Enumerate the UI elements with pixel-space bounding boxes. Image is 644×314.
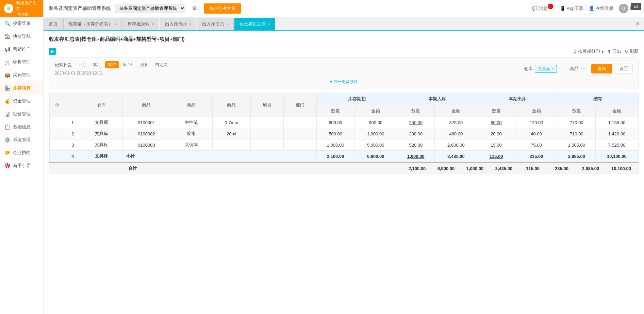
sidebar-item-finance[interactable]: 💰资金管理 <box>0 95 43 108</box>
sidebar-item-purchase[interactable]: 📦采购管理 <box>0 69 43 82</box>
tab-3[interactable]: 出入库流水× <box>160 18 196 30</box>
tab-2[interactable]: 库存批次账× <box>122 18 159 30</box>
subtotal-in-qty[interactable]: 1,000.00 <box>397 151 435 162</box>
product-filter: 商品 ··· <box>570 66 587 72</box>
row-dept-1 <box>283 128 316 139</box>
tab-close-3[interactable]: × <box>189 22 191 26</box>
trial-button[interactable]: 体验行业方案 <box>204 3 241 14</box>
sidebar-item-inventory[interactable]: 🏪库存核算 <box>0 82 43 95</box>
sidebar-item-enterprise[interactable]: 🤝企业协同 <box>0 146 43 159</box>
sidebar-item-search[interactable]: 🔍搜索菜单 <box>0 17 43 30</box>
action-bar: ▶ 🖨 按模板打印 ▾ ⬆ 导出 ↻ 刷新 <box>49 48 639 55</box>
row-settings-2[interactable] <box>50 139 65 151</box>
sidebar-item-sales[interactable]: 🛒销售管理 <box>0 56 43 69</box>
date-btn-last-month[interactable]: 上月 <box>75 61 89 68</box>
online-service-button[interactable]: 👤 在线客服 <box>589 5 613 12</box>
col-settings-header[interactable]: ⚙ <box>50 93 65 117</box>
tab-5[interactable]: 收发存汇总表× <box>234 18 275 30</box>
subtotal-out-amt: 235.00 <box>515 151 558 162</box>
sidebar-item-quick[interactable]: 🏠快捷导航 <box>0 30 43 43</box>
row-settings-0[interactable] <box>50 117 65 128</box>
tab-close-2[interactable]: × <box>152 22 154 26</box>
tabbar: 首页现存量（库存分布表）×库存批次账×出入库流水×出入库汇总×收发存汇总表× ✕ <box>44 17 644 31</box>
tab-0[interactable]: 首页 <box>44 18 63 30</box>
col-code-header: 商品 <box>123 93 170 117</box>
row-num-1: 2 <box>65 128 80 139</box>
topbar-settings-icon[interactable]: ⚙ <box>189 3 200 14</box>
filter-expand-arrow[interactable]: ▶ <box>49 48 56 55</box>
row-in-qty-2[interactable]: 520.00 <box>397 139 435 151</box>
marketing-icon: 📢 <box>4 46 10 52</box>
subtotal-bal-qty: 2,985.00 <box>558 151 595 162</box>
row-out-qty-1[interactable]: 20.00 <box>477 128 515 139</box>
sidebar-item-newbie[interactable]: 🎯新手引导 <box>0 159 43 172</box>
row-settings-1[interactable] <box>50 128 65 139</box>
row-out-qty-0[interactable]: 80.00 <box>477 117 515 128</box>
tab-label-2: 库存批次账 <box>128 21 150 27</box>
row-bal-amt-2: 7,525.00 <box>595 139 638 151</box>
row-bal-qty-2: 1,505.00 <box>558 139 595 151</box>
print-button[interactable]: 🖨 按模板打印 ▾ <box>572 48 604 54</box>
subtotal-out-qty[interactable]: 115.00 <box>477 151 515 162</box>
sidebar-item-operations[interactable]: 📊经营管理 <box>0 108 43 120</box>
row-in-qty-1[interactable]: 230.00 <box>397 128 435 139</box>
app-download-button[interactable]: 📱 App下载 <box>560 5 583 12</box>
footer-label: 合计 <box>49 165 216 171</box>
row-name-0: 中性笔 <box>170 117 213 128</box>
sidebar-items: 🔍搜索菜单🏠快捷导航📢营销推广🛒销售管理📦采购管理🏪库存核算💰资金管理📊经营管理… <box>0 17 43 172</box>
date-btn-custom[interactable]: 自定义 <box>152 61 170 68</box>
sidebar-item-basic[interactable]: 📋基础信息 <box>0 120 43 133</box>
query-button[interactable]: 查询 <box>591 64 612 73</box>
warehouse-tag[interactable]: 文具库 × <box>535 65 557 73</box>
expand-chevron-icon: ▾ <box>330 80 332 84</box>
footer-bal-amt: 10,100.00 <box>604 166 638 171</box>
col-name-header: 商品 <box>170 93 213 117</box>
sidebar-label-search: 搜索菜单 <box>13 20 31 27</box>
warehouse-more-icon[interactable]: ··· <box>559 66 565 72</box>
row-dept-0 <box>283 117 316 128</box>
tab-close-5[interactable]: × <box>268 22 270 26</box>
logo-text: 畅捷通好生意 标准版 <box>16 0 39 17</box>
date-btn-this-year[interactable]: 本年 <box>105 61 119 68</box>
date-btn-this-month[interactable]: 本月 <box>90 61 104 68</box>
system-select[interactable]: 装备及固定资产辅助管理系统 <box>115 4 185 13</box>
tab-close-1[interactable]: × <box>115 22 117 26</box>
row-open-qty-1: 500.00 <box>317 128 354 139</box>
export-button[interactable]: ⬆ 导出 <box>607 48 621 54</box>
row-project-1 <box>250 128 283 139</box>
data-table-wrap: ⚙ 仓库 商品 商品 商品 项目 部门 库存期初 本期入库 本期出库 结存 数量 <box>49 93 639 162</box>
row-code-2: 0100003 <box>123 139 170 151</box>
tab-4[interactable]: 出入库汇总× <box>197 18 233 30</box>
footer-out-qty: 115.00 <box>519 166 546 171</box>
sidebar-label-sales: 销售管理 <box>13 59 31 65</box>
warehouse-remove-icon[interactable]: × <box>551 66 554 71</box>
topbar-left: 装备及固定资产辅助管理系统 装备及固定资产辅助管理系统 ⚙ 体验行业方案 <box>49 3 241 14</box>
expand-conditions-button[interactable]: ▾ 展开更多条件 <box>330 79 358 85</box>
sidebar-label-finance: 资金管理 <box>13 98 31 104</box>
tab-1[interactable]: 现存量（库存分布表）× <box>63 18 122 30</box>
basic-icon: 📋 <box>4 124 10 130</box>
search-icon: 🔍 <box>4 20 10 27</box>
gear-icon[interactable]: ⚙ <box>55 102 59 108</box>
col-out-header: 本期出库 <box>477 93 558 105</box>
col-open-amt-header: 金额 <box>354 105 397 117</box>
sidebar-item-marketing[interactable]: 📢营销推广 <box>0 43 43 56</box>
messages-button[interactable]: 💬 消息 6 <box>532 5 555 12</box>
row-out-qty-2[interactable]: 15.00 <box>477 139 515 151</box>
tabbar-close-icon[interactable]: ✕ <box>631 20 644 27</box>
quick-icon: 🏠 <box>4 33 10 39</box>
row-bal-qty-0: 770.00 <box>558 117 595 128</box>
date-btn-more[interactable]: 更多 <box>137 61 151 68</box>
refresh-button[interactable]: ↻ 刷新 <box>625 48 639 54</box>
sidebar-item-system[interactable]: ⚙️系统管理 <box>0 133 43 146</box>
row-in-amt-0: 375.00 <box>435 117 477 128</box>
sales-icon: 🛒 <box>4 59 10 65</box>
date-btn-7days[interactable]: 近7天 <box>120 61 136 68</box>
settings-button[interactable]: 设置 <box>615 64 633 74</box>
tab-close-4[interactable]: × <box>226 22 228 26</box>
product-more-icon[interactable]: ··· <box>581 66 587 72</box>
row-in-qty-0[interactable]: 250.00 <box>397 117 435 128</box>
row-open-amt-0: 900.00 <box>354 117 397 128</box>
row-warehouse-0: 文具库 <box>80 117 123 128</box>
table-row: 3 文具库 0100003 采访本 1,000.00 5,000.00 520.… <box>50 139 638 151</box>
